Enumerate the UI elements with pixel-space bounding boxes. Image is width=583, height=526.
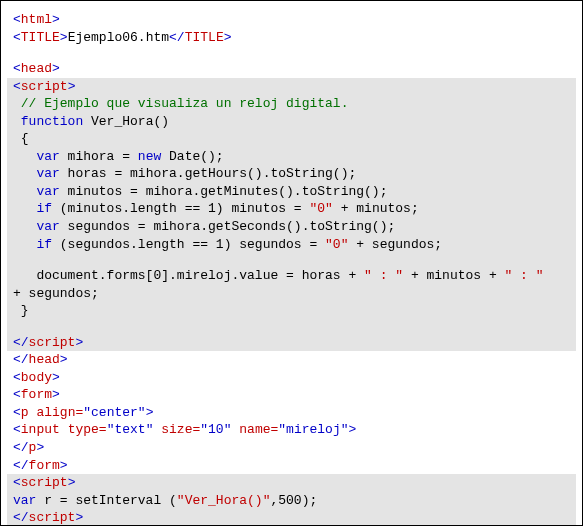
tag-name: TITLE: [185, 30, 224, 45]
tag-bracket: <: [13, 30, 21, 45]
code-text: (segundos.length == 1) segundos =: [52, 237, 325, 252]
code-line: var minutos = mihora.getMinutes().toStri…: [13, 183, 570, 201]
code-text: segundos = mihora.getSeconds().toString(…: [60, 219, 395, 234]
string-literal: "Ver_Hora()": [177, 493, 271, 508]
code-line: </p>: [13, 439, 570, 457]
tag-name: input: [21, 422, 60, 437]
code-line: <input type="text" size="10" name="mirel…: [13, 421, 570, 439]
tag-name: html: [21, 12, 52, 27]
tag-bracket: >: [349, 422, 357, 437]
tag-bracket: <: [13, 370, 21, 385]
attr-value: "10": [200, 422, 231, 437]
code-text: horas = mihora.getHours().toString();: [60, 166, 356, 181]
code-line: <form>: [13, 386, 570, 404]
tag-name: script: [21, 79, 68, 94]
code-line: {: [13, 130, 570, 148]
tag-bracket: >: [52, 370, 60, 385]
tag-bracket: <: [13, 405, 21, 420]
code-line: </script>: [13, 334, 570, 352]
tag-bracket: <: [13, 79, 21, 94]
tag-bracket: >: [75, 510, 83, 525]
code-line: </form>: [13, 457, 570, 475]
tag-bracket: </: [13, 352, 29, 367]
keyword: var: [13, 166, 60, 181]
code-text: mihora =: [60, 149, 138, 164]
tag-bracket: </: [13, 440, 29, 455]
tag-bracket: </: [169, 30, 185, 45]
tag-name: form: [21, 387, 52, 402]
code-line: </head>: [13, 351, 570, 369]
code-line: </script>: [13, 509, 570, 526]
tag-bracket: <: [13, 12, 21, 27]
code-line: if (segundos.length == 1) segundos = "0"…: [13, 236, 570, 254]
tag-bracket: >: [60, 30, 68, 45]
code-text: + minutos;: [333, 201, 419, 216]
code-line: }: [13, 302, 570, 320]
code-line: <TITLE>Ejemplo06.htm</TITLE>: [13, 29, 570, 47]
tag-name: head: [21, 61, 52, 76]
attr-value: "center": [83, 405, 145, 420]
tag-bracket: >: [146, 405, 154, 420]
keyword: var: [13, 493, 36, 508]
string-literal: " : ": [364, 268, 403, 283]
keyword: new: [138, 149, 161, 164]
tag-bracket: <: [13, 422, 21, 437]
attr-name: align=: [29, 405, 84, 420]
keyword: function: [13, 114, 83, 129]
tag-name: script: [29, 335, 76, 350]
tag-bracket: </: [13, 335, 29, 350]
tag-bracket: >: [52, 12, 60, 27]
text-content: Ejemplo06.htm: [68, 30, 169, 45]
code-text: r = setInterval (: [36, 493, 176, 508]
tag-bracket: </: [13, 510, 29, 525]
attr-value: "text": [107, 422, 154, 437]
code-text: minutos = mihora.getMinutes().toString()…: [60, 184, 388, 199]
code-text: + minutos +: [403, 268, 504, 283]
tag-bracket: >: [68, 475, 76, 490]
code-text: Date();: [161, 149, 223, 164]
keyword: if: [13, 237, 52, 252]
tag-name: form: [29, 458, 60, 473]
tag-bracket: </: [13, 458, 29, 473]
code-text: ,500);: [270, 493, 317, 508]
tag-bracket: >: [68, 79, 76, 94]
tag-bracket: >: [60, 458, 68, 473]
tag-name: body: [21, 370, 52, 385]
tag-name: p: [21, 405, 29, 420]
blank-line: [13, 253, 570, 267]
code-line: var horas = mihora.getHours().toString()…: [13, 165, 570, 183]
attr-value: "mireloj": [278, 422, 348, 437]
tag-bracket: >: [60, 352, 68, 367]
script-block: <script> var r = setInterval ("Ver_Hora(…: [7, 474, 576, 526]
string-literal: "0": [325, 237, 348, 252]
code-line: var mihora = new Date();: [13, 148, 570, 166]
attr-name: name=: [231, 422, 278, 437]
tag-bracket: >: [52, 61, 60, 76]
code-line: <script>: [13, 78, 570, 96]
tag-bracket: >: [75, 335, 83, 350]
tag-name: head: [29, 352, 60, 367]
tag-bracket: <: [13, 61, 21, 76]
code-line: function Ver_Hora(): [13, 113, 570, 131]
blank-line: [13, 46, 570, 60]
code-line: + segundos;: [13, 285, 570, 303]
blank-line: [13, 320, 570, 334]
string-literal: " : ": [505, 268, 544, 283]
code-line: var segundos = mihora.getSeconds().toStr…: [13, 218, 570, 236]
tag-name: TITLE: [21, 30, 60, 45]
code-comment: // Ejemplo que visualiza un reloj digita…: [13, 95, 570, 113]
code-text: document.forms[0].mireloj.value = horas …: [13, 268, 364, 283]
code-block: <html> <TITLE>Ejemplo06.htm</TITLE> <hea…: [0, 0, 583, 526]
tag-bracket: >: [36, 440, 44, 455]
keyword: if: [13, 201, 52, 216]
code-text: Ver_Hora(): [83, 114, 169, 129]
code-line: <head>: [13, 60, 570, 78]
tag-name: script: [29, 510, 76, 525]
script-block: <script> // Ejemplo que visualiza un rel…: [7, 78, 576, 352]
tag-name: script: [21, 475, 68, 490]
tag-bracket: <: [13, 387, 21, 402]
string-literal: "0": [309, 201, 332, 216]
code-line: <script>: [13, 474, 570, 492]
code-text: + segundos;: [348, 237, 442, 252]
tag-bracket: >: [52, 387, 60, 402]
